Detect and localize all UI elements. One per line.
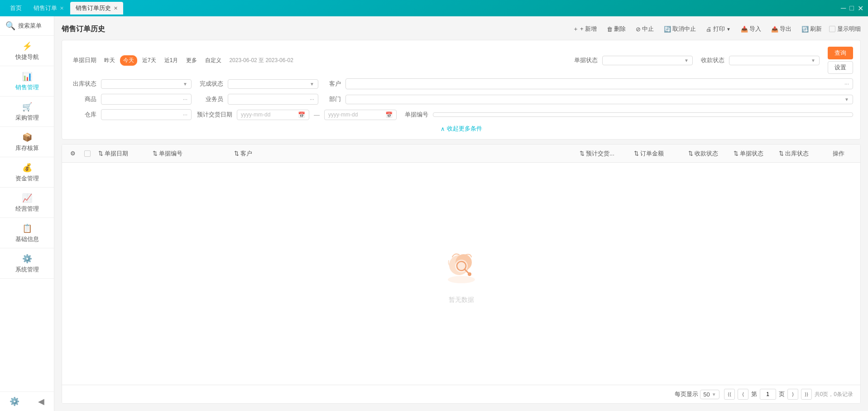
col-header-customer[interactable]: ⇅ 客户 <box>230 150 576 158</box>
delete-button[interactable]: 🗑 删除 <box>604 24 628 34</box>
sidebar-item-search[interactable]: 🔍 搜索菜单 <box>0 16 54 36</box>
sidebar-item-purchase[interactable]: 🛒 采购管理 <box>0 97 54 127</box>
col-header-delivery[interactable]: ⇅ 预计交货... <box>576 150 630 158</box>
col-pay-status-label: 收款状态 <box>695 150 718 158</box>
customer-picker-icon[interactable]: ··· <box>844 81 849 87</box>
warehouse-input[interactable]: ··· <box>101 109 192 120</box>
toolbar: ＋ + 新增 🗑 删除 ⊘ 中止 🔄 取消中止 <box>570 24 861 34</box>
content-area: 销售订单历史 ＋ + 新增 🗑 删除 ⊘ 中止 🔄 <box>54 16 868 411</box>
total-records-text: 共0页，0条记录 <box>815 391 853 398</box>
order-status-arrow-icon: ▼ <box>684 58 689 63</box>
display-detail-label: 显示明细 <box>837 25 861 33</box>
query-button[interactable]: 查询 <box>828 47 853 59</box>
goods-picker-icon[interactable]: ··· <box>183 96 187 102</box>
complete-status-label: 完成状态 <box>196 80 223 88</box>
customer-input[interactable]: ··· <box>345 78 853 89</box>
page-number-input[interactable] <box>760 389 776 400</box>
sidebar-search-label: 搜索菜单 <box>18 22 42 30</box>
settings-button[interactable]: 设置 <box>828 61 853 74</box>
sidebar-item-finance[interactable]: 💰 资金管理 <box>0 157 54 188</box>
order-number-input[interactable] <box>433 112 853 117</box>
tab-sales-order-close[interactable]: ✕ <box>60 5 64 11</box>
col-header-date[interactable]: ⇅ 单据日期 <box>95 150 149 158</box>
export-button[interactable]: 📤 导出 <box>768 24 794 34</box>
collapse-label: 收起更多条件 <box>447 125 482 133</box>
collapse-button[interactable]: ∧ 收起更多条件 <box>69 125 853 133</box>
page-label: 页 <box>779 390 785 398</box>
date-btn-today[interactable]: 今天 <box>120 55 137 66</box>
page-size-value: 50 <box>703 391 710 398</box>
date-btn-custom[interactable]: 自定义 <box>202 55 225 66</box>
sidebar-item-system[interactable]: ⚙️ 系统管理 <box>0 248 54 279</box>
col-header-pay-status[interactable]: ⇅ 收款状态 <box>685 150 730 158</box>
sort-up-amount-icon: ⇅ <box>634 150 639 157</box>
sidebar-item-inventory[interactable]: 📦 库存核算 <box>0 127 54 157</box>
system-icon: ⚙️ <box>22 254 32 264</box>
page-next-button[interactable]: ⟩ <box>787 389 798 400</box>
warehouse-picker-icon[interactable]: ··· <box>183 111 187 118</box>
sort-up-customer-icon: ⇅ <box>234 150 239 157</box>
window-maximize-icon[interactable]: □ <box>849 4 854 12</box>
col-header-amount[interactable]: ⇅ 订单金额 <box>630 150 685 158</box>
new-button[interactable]: ＋ + 新增 <box>570 24 599 34</box>
tab-sales-order[interactable]: 销售订单 ✕ <box>28 2 69 15</box>
sidebar-item-sales[interactable]: 📊 销售管理 <box>0 66 54 97</box>
search-icon: 🔍 <box>5 21 15 31</box>
print-label: 打印 <box>713 25 725 33</box>
complete-status-select[interactable]: ▼ <box>228 79 318 89</box>
refresh-button[interactable]: 🔃 刷新 <box>799 24 825 34</box>
stop-button[interactable]: ⊘ 中止 <box>633 24 657 34</box>
goods-input[interactable]: ··· <box>101 94 192 105</box>
sort-up-delivery-icon: ⇅ <box>580 150 585 157</box>
sort-up-date-icon: ⇅ <box>98 150 103 157</box>
col-header-number[interactable]: ⇅ 单据编号 <box>149 150 230 158</box>
sidebar-item-operations[interactable]: 📈 经营管理 <box>0 188 54 218</box>
print-button[interactable]: 🖨 打印 ▼ <box>703 24 734 34</box>
table-checkbox-col[interactable] <box>80 150 95 157</box>
page-size-box[interactable]: 50 ▼ <box>700 390 719 399</box>
delivery-date-start[interactable]: yyyy-mm-dd 📅 <box>237 110 309 120</box>
page-first-button[interactable]: ⟨⟨ <box>724 389 735 400</box>
select-all-checkbox[interactable] <box>84 150 91 157</box>
filter-row-1: 单据日期 昨天 今天 近7天 近1月 更多 自定义 2023-06-02 至 2… <box>69 47 853 74</box>
sales-icon: 📊 <box>22 72 32 82</box>
sidebar-item-quicknav[interactable]: ⚡ 快捷导航 <box>0 36 54 66</box>
sidebar-quicknav-label: 快捷导航 <box>15 53 39 61</box>
col-date-label: 单据日期 <box>105 150 128 158</box>
salesperson-input[interactable]: ··· <box>228 94 318 105</box>
order-status-select[interactable]: ▼ <box>602 56 693 65</box>
window-close-icon[interactable]: ✕ <box>858 4 863 13</box>
page-last-button[interactable]: ⟩⟩ <box>801 389 812 400</box>
col-header-out-status[interactable]: ⇅ 出库状态 <box>775 150 820 158</box>
base-info-icon: 📋 <box>22 223 32 233</box>
tab-sales-order-history-close[interactable]: ✕ <box>114 5 118 11</box>
page-prev-button[interactable]: ⟨ <box>738 389 748 400</box>
sort-up-out-icon: ⇅ <box>779 150 784 157</box>
delivery-date-end[interactable]: yyyy-mm-dd 📅 <box>324 110 397 120</box>
dept-select[interactable]: ▼ <box>345 95 853 104</box>
dept-arrow-icon: ▼ <box>844 97 849 102</box>
display-detail-toggle[interactable]: 显示明细 <box>829 25 861 33</box>
sidebar-item-base-info[interactable]: 📋 基础信息 <box>0 218 54 248</box>
out-status-select[interactable]: ▼ <box>101 79 192 89</box>
col-order-status-label: 单据状态 <box>740 150 763 158</box>
settings-bottom-icon[interactable]: ⚙️ <box>10 396 19 406</box>
col-header-order-status[interactable]: ⇅ 单据状态 <box>730 150 775 158</box>
date-btn-more[interactable]: 更多 <box>183 55 200 66</box>
payment-status-select[interactable]: ▼ <box>729 56 820 65</box>
out-status-label: 出库状态 <box>69 80 96 88</box>
date-btn-yesterday[interactable]: 昨天 <box>101 55 118 66</box>
goods-label: 商品 <box>69 95 96 103</box>
tab-sales-order-history[interactable]: 销售订单历史 ✕ <box>70 2 123 15</box>
salesperson-picker-icon[interactable]: ··· <box>310 96 314 102</box>
tab-home[interactable]: 首页 <box>5 2 27 15</box>
date-btn-7days[interactable]: 近7天 <box>139 55 159 66</box>
window-minimize-icon[interactable]: ─ <box>841 4 846 12</box>
settings-col-icon[interactable]: ⚙ <box>70 150 76 157</box>
date-btn-1month[interactable]: 近1月 <box>161 55 182 66</box>
table-settings-col[interactable]: ⚙ <box>66 150 80 157</box>
cancel-stop-button[interactable]: 🔄 取消中止 <box>661 24 699 34</box>
new-icon: ＋ <box>573 25 579 33</box>
import-button[interactable]: 📥 导入 <box>738 24 764 34</box>
collapse-sidebar-icon[interactable]: ◀ <box>38 396 44 406</box>
